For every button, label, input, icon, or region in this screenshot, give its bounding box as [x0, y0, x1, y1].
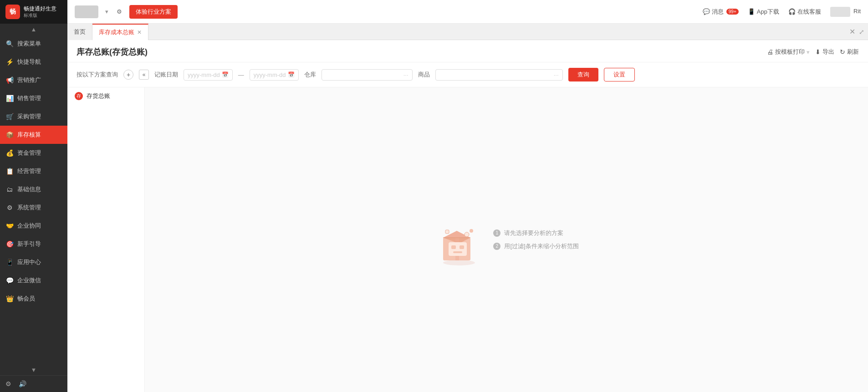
- speaker-icon[interactable]: 🔊: [19, 380, 26, 387]
- date-end-input[interactable]: yyyy-mm-dd 📅: [250, 69, 299, 81]
- export-btn[interactable]: ⬇ 导出: [815, 48, 834, 56]
- warehouse-label: 仓库: [304, 71, 316, 79]
- close-all-tabs-btn[interactable]: ✕: [849, 27, 855, 36]
- sidebar-item-basic[interactable]: 🗂 基础信息: [0, 180, 67, 199]
- tab-home[interactable]: 首页: [67, 24, 92, 40]
- filter-label: 按以下方案查询: [77, 71, 118, 79]
- export-icon: ⬇: [815, 48, 821, 56]
- filter-add-btn[interactable]: +: [123, 70, 133, 80]
- goods-label: 商品: [418, 71, 430, 79]
- sales-icon: 📊: [5, 94, 14, 102]
- date-separator: —: [238, 71, 244, 78]
- sidebar-item-wechat[interactable]: 💬 企业微信: [0, 271, 67, 290]
- print-btn[interactable]: 🖨 按模板打印 ▾: [767, 48, 810, 56]
- refresh-btn[interactable]: ↻ 刷新: [840, 48, 859, 56]
- filter-bar: 按以下方案查询 + « 记账日期 yyyy-mm-dd 📅 — yyyy-mm-…: [67, 62, 868, 87]
- print-icon: 🖨: [767, 48, 773, 56]
- settings-btn[interactable]: 设置: [604, 68, 635, 81]
- sidebar-item-system[interactable]: ⚙ 系统管理: [0, 199, 67, 217]
- sidebar-item-coop[interactable]: 🤝 企业协同: [0, 217, 67, 235]
- online-service-icon: 🎧: [788, 8, 796, 15]
- topbar-settings-btn[interactable]: ⚙: [113, 5, 126, 18]
- query-btn[interactable]: 查询: [568, 68, 598, 81]
- settings-bottom-icon[interactable]: ⚙: [5, 380, 11, 387]
- scroll-down-btn[interactable]: ▼: [0, 364, 67, 375]
- svg-point-8: [465, 232, 469, 237]
- sidebar-item-sales[interactable]: 📊 销售管理: [0, 89, 67, 107]
- calendar-end-icon: 📅: [288, 71, 295, 78]
- svg-point-9: [470, 229, 473, 233]
- sidebar-search[interactable]: 🔍 搜索菜单: [0, 35, 67, 53]
- tab-right-actions: ✕ ⤢: [849, 27, 868, 36]
- sidebar-item-appstore[interactable]: 📱 应用中心: [0, 253, 67, 271]
- page-actions: 🖨 按模板打印 ▾ ⬇ 导出 ↻ 刷新: [767, 48, 859, 56]
- date-start-input[interactable]: yyyy-mm-dd 📅: [184, 69, 233, 81]
- marketing-icon: 📢: [5, 76, 14, 84]
- tab-close-btn[interactable]: ✕: [137, 29, 142, 36]
- user-avatar: [75, 5, 98, 18]
- guide-icon: 🎯: [5, 240, 14, 248]
- print-dropdown-icon[interactable]: ▾: [807, 49, 810, 56]
- finance-icon: 💰: [5, 149, 14, 157]
- empty-state: 1 请先选择要分析的方案 2 用[过滤]条件来缩小分析范围: [145, 87, 868, 392]
- topbar: ▾ ⚙ 体验行业方案 💬 消息 99+ 📱 App下载 🎧 在线客服 Rit: [67, 0, 868, 24]
- app-logo-icon: 畅: [5, 5, 20, 19]
- app-download-btn[interactable]: 📱 App下载: [748, 8, 779, 16]
- topbar-username: Rit: [830, 7, 861, 17]
- warehouse-input[interactable]: ···: [322, 69, 413, 81]
- tip-num-2: 2: [493, 243, 500, 250]
- message-badge: 99+: [726, 9, 739, 15]
- app-download-icon: 📱: [748, 8, 755, 15]
- scroll-up-btn[interactable]: ▲: [0, 24, 67, 35]
- page-header: 库存总账(存货总账) 🖨 按模板打印 ▾ ⬇ 导出 ↻ 刷新: [67, 40, 868, 62]
- empty-tips: 1 请先选择要分析的方案 2 用[过滤]条件来缩小分析范围: [493, 227, 578, 253]
- appstore-icon: 📱: [5, 258, 14, 266]
- svg-rect-4: [449, 242, 467, 256]
- quick-nav-icon: ⚡: [5, 58, 14, 66]
- svg-rect-10: [445, 230, 449, 234]
- tip-row-1: 1 请先选择要分析的方案: [493, 227, 578, 240]
- sidebar-item-purchase[interactable]: 🛒 采购管理: [0, 107, 67, 126]
- online-service-btn[interactable]: 🎧 在线客服: [788, 8, 821, 16]
- sidebar-logo: 畅 畅捷通好生意 标准版: [0, 0, 67, 24]
- filter-toggle-btn[interactable]: «: [139, 70, 149, 80]
- sidebar-item-marketing[interactable]: 📢 营销推广: [0, 71, 67, 89]
- sidebar: 畅 畅捷通好生意 标准版 ▲ 🔍 搜索菜单 ⚡ 快捷导航 📢 营销推广 📊 销售…: [0, 0, 67, 392]
- sidebar-item-guide[interactable]: 🎯 新手引导: [0, 235, 67, 253]
- svg-rect-6: [460, 245, 464, 249]
- sidebar-item-member[interactable]: 👑 畅会员: [0, 290, 67, 308]
- sidebar-item-operation[interactable]: 📋 经营管理: [0, 162, 67, 180]
- message-btn[interactable]: 💬 消息 99+: [703, 8, 739, 16]
- filter-panel-left: 存 存货总账: [67, 87, 145, 392]
- app-name: 畅捷通好生意 标准版: [24, 5, 56, 19]
- scheme-item-inventory[interactable]: 存 存货总账: [67, 87, 144, 105]
- topbar-right: 💬 消息 99+ 📱 App下载 🎧 在线客服 Rit: [703, 7, 861, 17]
- expand-tab-btn[interactable]: ⤢: [859, 28, 864, 36]
- industry-btn[interactable]: 体验行业方案: [129, 5, 178, 19]
- tab-inventory-ledger[interactable]: 库存成本总账 ✕: [92, 24, 148, 40]
- inventory-icon: 📦: [5, 131, 14, 139]
- user-dropdown-btn[interactable]: ▾: [102, 7, 111, 16]
- svg-rect-7: [453, 251, 462, 253]
- scheme-icon: 存: [75, 92, 83, 100]
- member-icon: 👑: [5, 295, 14, 303]
- basic-icon: 🗂: [5, 185, 14, 193]
- sidebar-item-finance[interactable]: 💰 资金管理: [0, 144, 67, 162]
- sidebar-item-quick-nav[interactable]: ⚡ 快捷导航: [0, 53, 67, 71]
- message-icon: 💬: [703, 8, 710, 15]
- tabs-bar: 首页 库存成本总账 ✕ ✕ ⤢: [67, 24, 868, 40]
- empty-illustration: [434, 217, 480, 263]
- main-area: ▾ ⚙ 体验行业方案 💬 消息 99+ 📱 App下载 🎧 在线客服 Rit: [67, 0, 868, 392]
- goods-more-icon: ···: [554, 71, 559, 78]
- goods-input[interactable]: ···: [435, 69, 563, 81]
- content-area: 库存总账(存货总账) 🖨 按模板打印 ▾ ⬇ 导出 ↻ 刷新 按以下方案查询: [67, 40, 868, 392]
- sidebar-item-inventory[interactable]: 📦 库存核算: [0, 126, 67, 144]
- topbar-user-area: [75, 5, 98, 18]
- message-label: 消息: [712, 8, 724, 16]
- online-service-label: 在线客服: [797, 8, 821, 16]
- svg-point-0: [443, 260, 475, 265]
- calendar-start-icon: 📅: [222, 71, 229, 78]
- date-label: 记账日期: [154, 71, 178, 79]
- sidebar-search-label: 搜索菜单: [17, 40, 62, 48]
- sidebar-nav: ⚡ 快捷导航 📢 营销推广 📊 销售管理 🛒 采购管理 📦 库存核算 💰 资金管…: [0, 53, 67, 364]
